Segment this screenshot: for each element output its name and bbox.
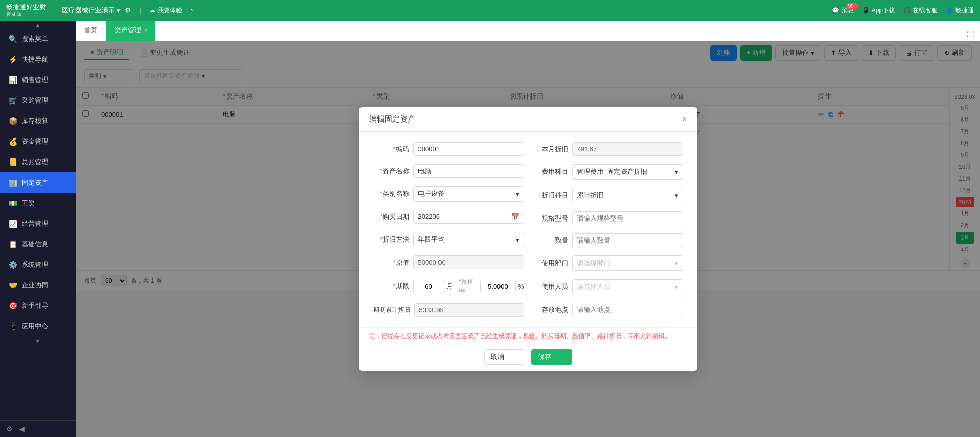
tab-home[interactable]: 首页 xyxy=(76,21,106,41)
tab-close-icon[interactable]: × xyxy=(144,27,147,33)
calendar-icon: 📅 xyxy=(511,213,519,221)
sidebar-item-guide[interactable]: 🎯 新手引导 xyxy=(0,295,76,316)
sidebar-item-app-center[interactable]: 📱 应用中心 xyxy=(0,316,76,336)
sidebar-item-purchase[interactable]: 🛒 采购管理 xyxy=(0,90,76,111)
download-icon: 📱 xyxy=(862,7,870,14)
sidebar-item-search[interactable]: 🔍 搜索菜单 xyxy=(0,29,76,49)
minimize-icon[interactable]: — xyxy=(951,28,963,41)
sidebar-item-system[interactable]: ⚙️ 系统管理 xyxy=(0,254,76,275)
content-area: 首页 资产管理 × — ⛶ ≡ 资产明细 xyxy=(76,21,980,437)
modal-overlay: 编辑固定资产 × *编码 xyxy=(76,41,980,437)
save-button[interactable]: 保存 xyxy=(531,349,572,365)
expense-subject-select[interactable]: 管理费用_固定资产折旧 ▾ xyxy=(572,164,683,180)
sidebar-item-sales[interactable]: 📊 销售管理 xyxy=(0,70,76,90)
guide-icon: 🎯 xyxy=(8,302,17,310)
modal-body: *编码 *资产名称 xyxy=(359,132,697,327)
sidebar: ▲ 🔍 搜索菜单 ⚡ 快捷导航 📊 销售管理 🛒 采购管理 📦 库存核算 xyxy=(0,21,76,437)
sidebar-scroll-down[interactable]: ▼ xyxy=(0,336,76,345)
residual-rate-input[interactable] xyxy=(480,280,516,293)
tab-bar: 首页 资产管理 × — ⛶ xyxy=(76,21,980,41)
sidebar-scroll-up[interactable]: ▲ xyxy=(0,21,76,29)
spec-input[interactable] xyxy=(572,211,683,225)
tab-asset-management[interactable]: 资产管理 × xyxy=(106,21,156,41)
code-input[interactable] xyxy=(413,142,524,156)
modal-note: 注：已经存在变更记录或者对应固定资产已经生成凭证，原值、购买日期、残值率、累计折… xyxy=(359,327,697,343)
sidebar-item-quick-nav[interactable]: ⚡ 快捷导航 xyxy=(0,49,76,70)
collapse-icon[interactable]: ◀ xyxy=(19,425,25,433)
operations-icon: 📈 xyxy=(8,220,17,228)
tab-controls: — ⛶ xyxy=(951,28,980,41)
company-selector[interactable]: 医疗器械行业演示 ▾ xyxy=(62,6,121,15)
page-content: ≡ 资产明细 📄 变更生成凭证 刘账 + 新增 xyxy=(76,41,980,437)
experience-button[interactable]: ☁ 我要体验一下 xyxy=(149,6,194,15)
location-input[interactable] xyxy=(572,303,683,316)
field-period-residual: *期限 月 *残值率 % xyxy=(373,277,524,295)
field-spec: 规格型号 xyxy=(532,211,683,225)
quantity-input[interactable] xyxy=(572,233,683,247)
field-quantity: 数量 xyxy=(532,233,683,247)
sidebar-item-salary[interactable]: 💵 工资 xyxy=(0,193,76,213)
modal-header: 编辑固定资产 × xyxy=(359,107,697,132)
avatar-icon: 👤 xyxy=(946,7,953,14)
chevron-down-icon: ▾ xyxy=(675,192,678,200)
original-value-input[interactable] xyxy=(413,255,524,269)
chevron-down-icon: ▾ xyxy=(516,236,519,244)
purchase-date-input[interactable]: 202206 📅 xyxy=(413,210,524,224)
gear-icon[interactable]: ⚙ xyxy=(125,6,131,14)
depreciation-method-select[interactable]: 年限平均 ▾ xyxy=(413,232,524,247)
chevron-down-icon: ▾ xyxy=(516,190,519,198)
user-menu[interactable]: 👤 畅捷通 xyxy=(946,6,974,15)
field-asset-name: *资产名称 xyxy=(373,164,524,178)
category-select[interactable]: 电子设备 ▾ xyxy=(413,186,524,202)
top-bar: 畅捷通好业财 普及版 医疗器械行业演示 ▾ ⚙ | ☁ 我要体验一下 💬 消息 … xyxy=(0,0,980,21)
cloud-icon: ☁ xyxy=(149,7,155,14)
initial-depreciation-input[interactable] xyxy=(414,303,524,317)
person-select[interactable]: 请选择人员 ▾ xyxy=(572,279,683,294)
chevron-down-icon: ▾ xyxy=(675,260,678,267)
field-category: *类别名称 电子设备 ▾ xyxy=(373,186,524,202)
sidebar-item-fixed-assets[interactable]: 🏢 固定资产 xyxy=(0,172,76,193)
sidebar-item-finance[interactable]: 💰 资金管理 xyxy=(0,131,76,152)
sidebar-item-operations[interactable]: 📈 经营管理 xyxy=(0,213,76,234)
message-button[interactable]: 💬 消息 99+ xyxy=(832,6,854,15)
month-depreciation-input xyxy=(572,142,683,156)
department-select[interactable]: 请选择部门 ▾ xyxy=(572,255,683,271)
cancel-button[interactable]: 取消 xyxy=(484,349,525,365)
settings-icon[interactable]: ⚙ xyxy=(6,425,13,433)
sidebar-item-ledger[interactable]: 📒 总账管理 xyxy=(0,152,76,172)
field-depreciation-subject: 折旧科目 累计折旧 ▾ xyxy=(532,188,683,203)
message-icon: 💬 xyxy=(832,7,839,14)
basic-info-icon: 📋 xyxy=(8,240,17,248)
top-bar-right: 💬 消息 99+ 📱 App下载 🎧 在线客服 👤 畅捷通 xyxy=(832,6,974,15)
quick-nav-icon: ⚡ xyxy=(8,55,17,64)
asset-name-input[interactable] xyxy=(413,164,524,178)
sales-icon: 📊 xyxy=(8,76,17,84)
field-expense-subject: 费用科目 管理费用_固定资产折旧 ▾ xyxy=(532,164,683,180)
depreciation-subject-select[interactable]: 累计折旧 ▾ xyxy=(572,188,683,203)
app-download-button[interactable]: 📱 App下载 xyxy=(862,6,895,15)
field-month-depreciation: 本月折旧 xyxy=(532,142,683,156)
edit-asset-modal: 编辑固定资产 × *编码 xyxy=(359,107,697,371)
field-purchase-date: *购买日期 202206 📅 xyxy=(373,210,524,224)
fixed-assets-icon: 🏢 xyxy=(8,178,17,187)
chevron-down-icon: ▾ xyxy=(117,7,121,14)
modal-close-button[interactable]: × xyxy=(682,115,687,124)
period-input[interactable] xyxy=(413,280,444,293)
field-initial-depreciation: 期初累计折旧 xyxy=(373,303,524,317)
ledger-icon: 📒 xyxy=(8,158,17,166)
salary-icon: 💵 xyxy=(8,199,17,207)
online-service-button[interactable]: 🎧 在线客服 xyxy=(903,6,937,15)
sidebar-item-enterprise[interactable]: 🤝 企业协同 xyxy=(0,275,76,295)
sidebar-item-inventory[interactable]: 📦 库存核算 xyxy=(0,111,76,131)
field-person: 使用人员 请选择人员 ▾ xyxy=(532,279,683,294)
field-code: *编码 xyxy=(373,142,524,156)
field-original-value: *原值 xyxy=(373,255,524,269)
purchase-icon: 🛒 xyxy=(8,96,17,105)
app-center-icon: 📱 xyxy=(8,322,17,330)
sidebar-item-basic-info[interactable]: 📋 基础信息 xyxy=(0,234,76,254)
inventory-icon: 📦 xyxy=(8,117,17,125)
expand-icon[interactable]: ⛶ xyxy=(965,28,976,41)
modal-footer: 取消 保存 xyxy=(359,343,697,371)
field-location: 存放地点 xyxy=(532,303,683,316)
chevron-down-icon: ▾ xyxy=(675,283,678,291)
